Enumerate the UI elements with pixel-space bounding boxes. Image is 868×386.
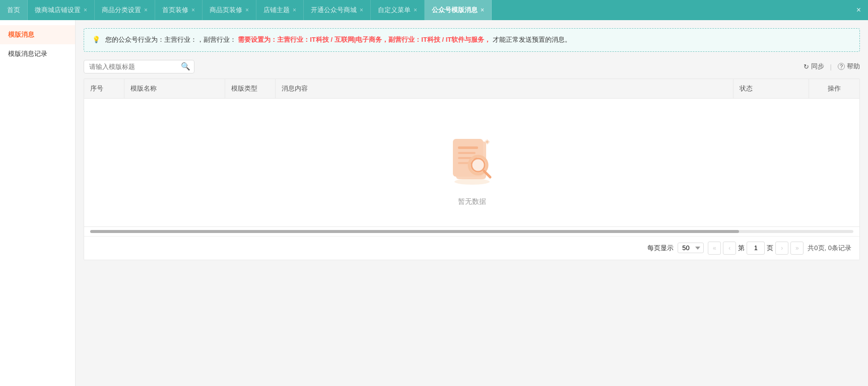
th-type: 模版类型 [225, 79, 276, 98]
page-size-label: 每页显示 [647, 244, 674, 253]
bulb-icon: 💡 [92, 36, 100, 43]
tab-home[interactable]: 首页 [0, 0, 28, 20]
tab-weishop-label: 微商城店铺设置 [35, 6, 81, 15]
tab-pubstore-label: 开通公众号商城 [311, 6, 357, 15]
tab-product[interactable]: 商品页装修 × [203, 0, 256, 20]
empty-state: 暂无数据 [84, 99, 859, 226]
th-status: 状态 [733, 79, 809, 98]
page-label: 第 [738, 244, 745, 253]
prev-page-button[interactable]: ‹ [723, 242, 736, 255]
help-label: 帮助 [847, 62, 860, 71]
content-area: 💡 您的公众号行业为：主营行业：，副营行业： 需要设置为：主营行业：IT科技 /… [76, 20, 868, 386]
empty-svg [442, 129, 502, 189]
tab-weishop-close[interactable]: × [84, 7, 87, 14]
search-input-wrap: 🔍 [84, 60, 194, 73]
search-input[interactable] [84, 60, 194, 73]
tab-category-label: 商品分类设置 [102, 6, 141, 15]
notice-suffix: 才能正常发送预置的消息。 [493, 36, 571, 43]
sidebar-item-template-label: 模版消息 [8, 31, 34, 38]
tab-homepage-close[interactable]: × [191, 7, 195, 14]
empty-text: 暂无数据 [458, 197, 486, 206]
main-layout: 模版消息 模版消息记录 💡 您的公众号行业为：主营行业：，副营行业： 需要设置为… [0, 20, 868, 386]
tab-custmenu-label: 自定义菜单 [378, 6, 411, 15]
last-page-button[interactable]: » [790, 242, 804, 255]
sync-icon: ↻ [804, 63, 809, 70]
th-seq: 序号 [84, 79, 124, 98]
search-right: ↻ 同步 | ? 帮助 [804, 62, 860, 71]
tab-weishop[interactable]: 微商城店铺设置 × [28, 0, 95, 20]
tab-category[interactable]: 商品分类设置 × [95, 0, 155, 20]
tab-custmenu[interactable]: 自定义菜单 × [371, 0, 425, 20]
tab-theme-close[interactable]: × [293, 7, 296, 14]
tab-homepage[interactable]: 首页装修 × [155, 0, 203, 20]
notice-box: 💡 您的公众号行业为：主营行业：，副营行业： 需要设置为：主营行业：IT科技 /… [84, 28, 860, 52]
tab-theme[interactable]: 店铺主题 × [256, 0, 304, 20]
svg-rect-4 [458, 152, 476, 154]
tab-theme-label: 店铺主题 [263, 6, 290, 15]
tab-category-close[interactable]: × [144, 7, 148, 14]
next-page-button[interactable]: › [775, 242, 788, 255]
current-page-input[interactable] [747, 242, 765, 255]
pagination: 每页显示 50 10 20 100 « ‹ 第 页 [84, 236, 859, 260]
tab-product-label: 商品页装修 [210, 6, 242, 15]
th-name: 模版名称 [124, 79, 225, 98]
horizontal-scrollbar[interactable] [84, 226, 859, 236]
notice-highlight: 需要设置为：主营行业：IT科技 / 互联网|电子商务，副营行业：IT科技 / I… [238, 36, 491, 43]
search-bar: 🔍 ↻ 同步 | ? 帮助 [84, 60, 860, 73]
tab-homepage-label: 首页装修 [162, 6, 188, 15]
tab-product-close[interactable]: × [245, 7, 249, 14]
sidebar-item-template-record[interactable]: 模版消息记录 [0, 44, 75, 63]
total-info: 共0页, 0条记录 [808, 244, 851, 253]
first-page-button[interactable]: « [708, 242, 721, 255]
prev-page-icon: ‹ [728, 245, 730, 252]
tab-home-label: 首页 [7, 6, 20, 15]
svg-rect-6 [458, 162, 473, 164]
page-nav: « ‹ 第 页 › » [708, 242, 804, 255]
help-icon: ? [838, 63, 845, 70]
table-header: 序号 模版名称 模版类型 消息内容 状态 操作 [84, 79, 859, 99]
help-button[interactable]: ? 帮助 [838, 62, 860, 71]
page-size-select[interactable]: 50 10 20 100 [678, 243, 704, 253]
tab-bar: 首页 微商城店铺设置 × 商品分类设置 × 首页装修 × 商品页装修 × 店铺主… [0, 0, 868, 20]
tab-templatemsg-label: 公众号模版消息 [432, 6, 478, 15]
tab-custmenu-close[interactable]: × [414, 7, 417, 14]
close-all-icon: × [856, 6, 861, 14]
tab-pubstore-close[interactable]: × [360, 7, 363, 14]
th-action: 操作 [809, 79, 859, 98]
sync-button[interactable]: ↻ 同步 [804, 62, 824, 71]
page-suffix: 页 [767, 244, 773, 253]
last-page-icon: » [795, 245, 799, 252]
tab-templatemsg-close[interactable]: × [481, 7, 484, 14]
scroll-thumb [90, 230, 739, 233]
notice-prefix: 您的公众号行业为：主营行业：，副营行业： [105, 36, 236, 43]
th-content: 消息内容 [276, 79, 733, 98]
search-icon[interactable]: 🔍 [181, 62, 190, 71]
data-table: 序号 模版名称 模版类型 消息内容 状态 操作 [84, 79, 860, 260]
next-page-icon: › [781, 245, 783, 252]
sync-label: 同步 [811, 62, 824, 71]
sidebar-item-template[interactable]: 模版消息 [0, 25, 75, 44]
sidebar: 模版消息 模版消息记录 [0, 20, 76, 386]
svg-rect-3 [458, 146, 478, 149]
svg-point-0 [454, 179, 490, 185]
tab-pubstore[interactable]: 开通公众号商城 × [304, 0, 371, 20]
first-page-icon: « [713, 245, 716, 252]
tab-templatemsg[interactable]: 公众号模版消息 × [425, 0, 492, 20]
search-left: 🔍 [84, 60, 194, 73]
empty-illustration [442, 129, 502, 189]
scroll-track [90, 230, 853, 233]
sidebar-item-template-record-label: 模版消息记录 [8, 50, 47, 57]
divider: | [830, 63, 832, 70]
close-all-button[interactable]: × [849, 6, 868, 15]
